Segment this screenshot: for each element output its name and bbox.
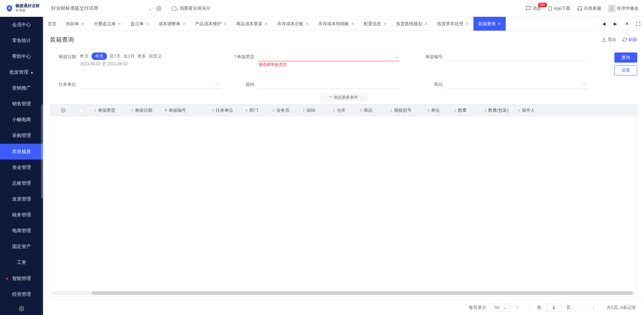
sidebar-item[interactable]: 电商管理	[0, 223, 43, 239]
sidebar-item[interactable]: 帮助中心	[0, 48, 43, 64]
sidebar-item[interactable]: 智能管理	[0, 271, 43, 286]
boxcode-input[interactable]	[258, 80, 400, 89]
per-page-select[interactable]: 50 ⌄	[491, 304, 510, 311]
sidebar-item[interactable]: 会员中心	[0, 17, 43, 33]
tab-label: 分量盘点单	[94, 21, 116, 27]
column-header[interactable]: ▲▼往来单位	[208, 107, 242, 113]
page-input[interactable]	[546, 304, 562, 312]
settings-button[interactable]: 设置	[614, 65, 637, 75]
select-all-checkbox[interactable]	[72, 104, 91, 116]
more-icon[interactable]: ⋯	[582, 81, 587, 86]
document-tab[interactable]: 拣货异常处理✕	[432, 17, 473, 31]
sidebar-settings-button[interactable]	[0, 302, 43, 315]
scrollbar-thumb[interactable]	[92, 291, 633, 295]
refresh-button[interactable]: 刷新	[622, 37, 637, 43]
document-tab[interactable]: 分量盘点单✕	[89, 17, 126, 31]
close-icon[interactable]: ✕	[182, 22, 186, 26]
document-tab[interactable]: 商品成本重算✕	[231, 17, 273, 31]
column-header[interactable]: ▲▼单据日期	[128, 107, 161, 113]
partner-input[interactable]: ⋯	[80, 80, 221, 89]
user-menu[interactable]: 徐泽华修改	[608, 5, 639, 12]
sidebar-item[interactable]: 销售管理	[0, 96, 43, 112]
date-chip[interactable]: 更多	[137, 53, 146, 59]
sidebar-item[interactable]: 资金管理	[0, 160, 43, 175]
column-header[interactable]: ▲▼操作人	[514, 107, 545, 113]
date-chip[interactable]: 近7天	[110, 53, 121, 59]
sidebar-item[interactable]: 总账管理	[0, 175, 43, 191]
sidebar-item[interactable]: 工资	[0, 255, 43, 271]
date-chip[interactable]: 昨天	[80, 53, 89, 59]
sidebar-item[interactable]: 批发管理▲	[0, 64, 43, 80]
sidebar-item[interactable]: 营销推广	[0, 80, 43, 96]
close-icon[interactable]: ✕	[223, 22, 227, 26]
product-input[interactable]: ⋯	[447, 80, 588, 89]
column-header[interactable]: ▲▼单位	[424, 107, 451, 113]
tabs-fullscreen-button[interactable]	[633, 17, 644, 31]
close-icon[interactable]: ✕	[498, 22, 501, 26]
document-tab[interactable]: 装箱查询✕	[473, 17, 506, 31]
document-tab[interactable]: 成本调整单✕	[154, 17, 190, 31]
online-service-button[interactable]: 在线客服	[577, 5, 601, 11]
column-header[interactable]: ▲▼数量	[451, 107, 481, 113]
messages-button[interactable]: 消息 99+	[526, 5, 541, 11]
date-label: 单据日期	[50, 53, 80, 60]
document-tab[interactable]: 拣货路线规划✕	[391, 17, 432, 31]
query-button[interactable]: 查询	[614, 53, 637, 63]
type-select[interactable]: ⌄	[258, 53, 400, 61]
document-tab[interactable]: 盘点单✕	[126, 17, 154, 31]
sidebar-item[interactable]: 零售统计	[0, 33, 43, 48]
document-tab[interactable]: 配置信息✕	[359, 17, 391, 31]
column-header[interactable]: ▲▼规格型号	[387, 107, 424, 113]
sidebar-scroll-thumb[interactable]	[41, 104, 43, 199]
column-header[interactable]: ▲▼单据编号	[161, 107, 208, 113]
close-icon[interactable]: ✕	[146, 22, 149, 26]
column-header[interactable]: ▲▼数量(包装)	[481, 107, 514, 113]
close-icon[interactable]: ✕	[424, 22, 428, 26]
close-icon[interactable]: ✕	[118, 22, 121, 26]
sidebar-item[interactable]: 库存核算	[0, 144, 43, 160]
document-tab[interactable]: 拆卸单✕	[61, 17, 89, 31]
sidebar-item[interactable]: 采购管理	[0, 128, 43, 144]
collapse-conditions-button[interactable]: ⌃ 收起更多条件	[320, 94, 367, 101]
first-page-button[interactable]: K	[515, 305, 521, 310]
document-tab[interactable]: 库存成本总账✕	[273, 17, 314, 31]
export-button[interactable]: 导出	[602, 37, 616, 43]
last-page-button[interactable]: 〉|	[587, 305, 595, 311]
close-icon[interactable]: ✕	[351, 22, 354, 26]
more-icon[interactable]: ⋯	[215, 81, 220, 86]
sidebar-item[interactable]: 发票管理	[0, 191, 43, 207]
tabs-close-button[interactable]: ✕	[621, 17, 633, 31]
tabs-scroll-right-button[interactable]: ▶	[610, 17, 621, 31]
demo-link[interactable]: 我要看实例演示	[172, 5, 210, 11]
document-tab[interactable]: 库存成本明细账✕	[314, 17, 359, 31]
sidebar-item[interactable]: 经营管理	[0, 286, 43, 302]
close-icon[interactable]: ✕	[306, 22, 309, 26]
column-header[interactable]: ▲▼单据类型	[91, 107, 128, 113]
document-tab[interactable]: 首页	[43, 17, 61, 31]
tabs-scroll-left-button[interactable]: ◀	[598, 17, 610, 31]
close-icon[interactable]: ✕	[81, 22, 84, 26]
column-header[interactable]: ▲▼业务员	[269, 107, 299, 113]
column-header[interactable]: ▲▼商品	[356, 107, 387, 113]
close-icon[interactable]: ✕	[264, 22, 268, 26]
column-header[interactable]: ▲▼箱码	[299, 107, 329, 113]
docno-input[interactable]	[447, 53, 588, 61]
prev-page-button[interactable]: 〈	[525, 305, 532, 311]
date-chip[interactable]: 今天	[92, 53, 107, 60]
settings-icon[interactable]	[156, 6, 162, 11]
sidebar-item[interactable]: 税务管理	[0, 207, 43, 223]
document-tab[interactable]: 产品成本维护✕	[190, 17, 231, 31]
edition-selector[interactable]: 好业财标准版交付试用 ⌄	[51, 5, 152, 11]
next-page-button[interactable]: 〉	[575, 305, 582, 311]
sidebar-item[interactable]: 固定资产	[0, 239, 43, 255]
close-icon[interactable]: ✕	[465, 22, 469, 26]
column-header[interactable]: ▲▼仓库	[329, 107, 356, 113]
date-chip[interactable]: 近1月	[123, 53, 135, 59]
app-download-button[interactable]: App下载	[548, 5, 570, 11]
column-header[interactable]: ▲▼部门	[242, 107, 269, 113]
horizontal-scrollbar[interactable]	[51, 291, 636, 295]
column-settings-button[interactable]	[54, 104, 72, 116]
close-icon[interactable]: ✕	[383, 22, 387, 26]
date-chip[interactable]: 自定义	[149, 53, 162, 59]
sidebar-item[interactable]: 小畅电商	[0, 112, 43, 128]
